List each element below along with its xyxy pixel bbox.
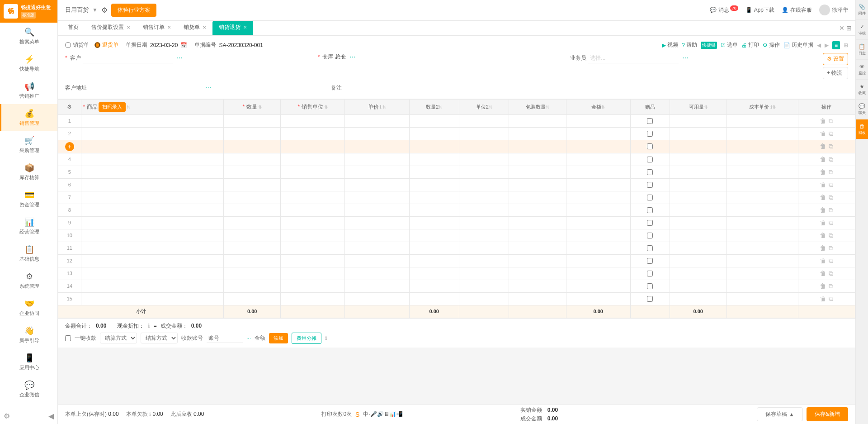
sidebar-item-member[interactable]: 👑 畅会员 <box>0 403 57 408</box>
sidebar-item-basics[interactable]: 📋 基础信息 <box>0 240 57 267</box>
topbar-dropdown-icon[interactable]: ▼ <box>92 7 98 13</box>
copy-row-icon[interactable]: ⧉ <box>829 181 833 189</box>
settings-side-btn[interactable]: ⚙ 设置 <box>823 53 848 65</box>
delete-row-icon[interactable]: 🗑 <box>820 270 826 277</box>
gift-checkbox[interactable] <box>647 245 653 251</box>
sidebar-item-purchase[interactable]: 🛒 采购管理 <box>0 131 57 158</box>
copy-row-icon[interactable]: ⧉ <box>829 194 833 201</box>
table-settings-icon[interactable]: ⚙ <box>67 104 72 110</box>
tab-sales-order[interactable]: 销售订单 ✕ <box>137 21 177 35</box>
customer-more-icon[interactable]: ··· <box>177 54 183 62</box>
copy-row-icon[interactable]: ⧉ <box>829 244 833 252</box>
product-input[interactable] <box>83 143 222 150</box>
gift-checkbox[interactable] <box>647 220 653 226</box>
discount-info-icon[interactable]: ℹ <box>148 323 150 329</box>
gift-checkbox[interactable] <box>647 143 653 149</box>
delete-row-icon[interactable]: 🗑 <box>820 295 826 303</box>
tab-home[interactable]: 首页 <box>61 21 85 35</box>
sidebar-item-marketing[interactable]: 📢 营销推广 <box>0 77 57 104</box>
sidebar-item-wechat[interactable]: 💬 企业微信 <box>0 376 57 403</box>
video-btn[interactable]: ▶ 视频 <box>662 41 678 49</box>
tab-price-extract[interactable]: 售价提取设置 ✕ <box>85 21 137 35</box>
delete-row-icon[interactable]: 🗑 <box>820 143 826 150</box>
topbar-settings-icon[interactable]: ⚙ <box>101 6 108 14</box>
panel-log[interactable]: 📋 日志 <box>856 40 868 60</box>
sidebar-collapse-icon[interactable]: ◀ <box>48 412 54 420</box>
staff-more-icon[interactable]: ··· <box>682 54 688 62</box>
customer-input[interactable] <box>83 53 173 63</box>
sidebar-item-sales[interactable]: 💰 销售管理 <box>0 104 57 131</box>
gift-checkbox[interactable] <box>647 118 653 124</box>
history-btn[interactable]: 📄 历史单据 <box>783 41 813 49</box>
operation-btn[interactable]: ⚙ 操作 <box>763 41 780 49</box>
warehouse-more-icon[interactable]: ··· <box>349 53 355 61</box>
gift-checkbox[interactable] <box>647 283 653 289</box>
topbar-messages[interactable]: 💬 消息 70 <box>710 6 738 14</box>
radio-sales-return[interactable]: 退货单 <box>94 41 118 49</box>
one-key-payment-checkbox[interactable] <box>65 335 71 341</box>
sidebar-settings-icon[interactable]: ⚙ <box>4 412 10 420</box>
sidebar-item-system[interactable]: ⚙ 系统管理 <box>0 267 57 294</box>
account-input[interactable] <box>207 333 243 343</box>
delete-row-icon[interactable]: 🗑 <box>820 206 826 214</box>
tab-close-all-icon[interactable]: ✕ <box>839 24 844 32</box>
copy-row-icon[interactable]: ⧉ <box>829 295 833 303</box>
copy-row-icon[interactable]: ⧉ <box>829 270 833 277</box>
copy-row-icon[interactable]: ⧉ <box>829 130 833 138</box>
view-list-icon[interactable]: ≡ <box>832 41 840 49</box>
copy-row-icon[interactable]: ⧉ <box>829 143 833 150</box>
staff-input[interactable] <box>588 53 679 63</box>
select-btn[interactable]: ☑ 选单 <box>721 41 738 49</box>
tab-sales-delivery[interactable]: 销货单 ✕ <box>177 21 212 35</box>
add-btn[interactable]: 添加 <box>269 333 288 343</box>
panel-chat[interactable]: 💬 聊天 <box>856 100 868 119</box>
radio-sales-delivery[interactable]: 销货单 <box>65 41 89 49</box>
sidebar-item-finance[interactable]: 💳 资金管理 <box>0 186 57 213</box>
delete-row-icon[interactable]: 🗑 <box>820 194 826 201</box>
gift-checkbox[interactable] <box>647 182 653 188</box>
address-input[interactable] <box>89 83 202 93</box>
remark-input[interactable] <box>344 83 848 93</box>
view-grid-icon[interactable]: ⊞ <box>844 42 848 48</box>
copy-row-icon[interactable]: ⧉ <box>829 206 833 214</box>
tab-layout-icon[interactable]: ⊞ <box>846 24 852 32</box>
copy-row-icon[interactable]: ⧉ <box>829 168 833 176</box>
delete-row-icon[interactable]: 🗑 <box>820 168 826 176</box>
delete-row-icon[interactable]: 🗑 <box>820 117 826 125</box>
sidebar-item-operations[interactable]: 📊 经营管理 <box>0 213 57 240</box>
logistics-side-btn[interactable]: + 物流 <box>823 67 848 79</box>
gift-checkbox[interactable] <box>647 233 653 238</box>
copy-row-icon[interactable]: ⧉ <box>829 282 833 290</box>
panel-attachment[interactable]: 📎 附件 <box>856 0 868 20</box>
tab-close-active-icon[interactable]: ✕ <box>243 25 247 30</box>
nav-prev-icon[interactable]: ◀ <box>817 42 821 48</box>
delete-row-icon[interactable]: 🗑 <box>820 181 826 189</box>
sidebar-item-corp[interactable]: 🤝 企业协同 <box>0 294 57 321</box>
tab-close-icon[interactable]: ✕ <box>127 25 130 30</box>
panel-favorite[interactable]: ★ 收藏 <box>856 80 868 100</box>
fee-info-icon[interactable]: ℹ <box>325 335 327 341</box>
nav-next-icon[interactable]: ▶ <box>825 42 829 48</box>
gift-checkbox[interactable] <box>647 271 653 276</box>
delete-row-icon[interactable]: 🗑 <box>820 232 826 239</box>
copy-row-icon[interactable]: ⧉ <box>829 232 833 239</box>
sidebar-item-inventory[interactable]: 📦 库存核算 <box>0 158 57 186</box>
calendar-icon[interactable]: 📅 <box>180 42 187 48</box>
copy-row-icon[interactable]: ⧉ <box>829 219 833 227</box>
save-draft-btn[interactable]: 保存草稿 ▲ <box>757 407 803 421</box>
scan-barcode-btn[interactable]: 扫码录入 <box>99 102 126 112</box>
panel-recycle[interactable]: 🗑 回收 <box>856 119 868 139</box>
add-row-btn[interactable]: + <box>65 142 74 151</box>
copy-row-icon[interactable]: ⧉ <box>829 156 833 163</box>
address-more-icon[interactable]: ··· <box>205 84 211 92</box>
tab-sales-return[interactable]: 销货退货 ✕ <box>212 21 253 35</box>
delete-row-icon[interactable]: 🗑 <box>820 257 826 265</box>
summary-method-select[interactable]: 结算方式 <box>141 333 178 343</box>
topbar-online-service[interactable]: 👤 在线客服 <box>782 6 812 14</box>
gift-checkbox[interactable] <box>647 258 653 264</box>
delete-row-icon[interactable]: 🗑 <box>820 156 826 163</box>
gift-checkbox[interactable] <box>647 296 653 302</box>
gift-checkbox[interactable] <box>647 157 653 162</box>
panel-approval[interactable]: ✓ 审核 <box>856 20 868 40</box>
save-new-btn[interactable]: 保存&新增 <box>807 407 848 421</box>
